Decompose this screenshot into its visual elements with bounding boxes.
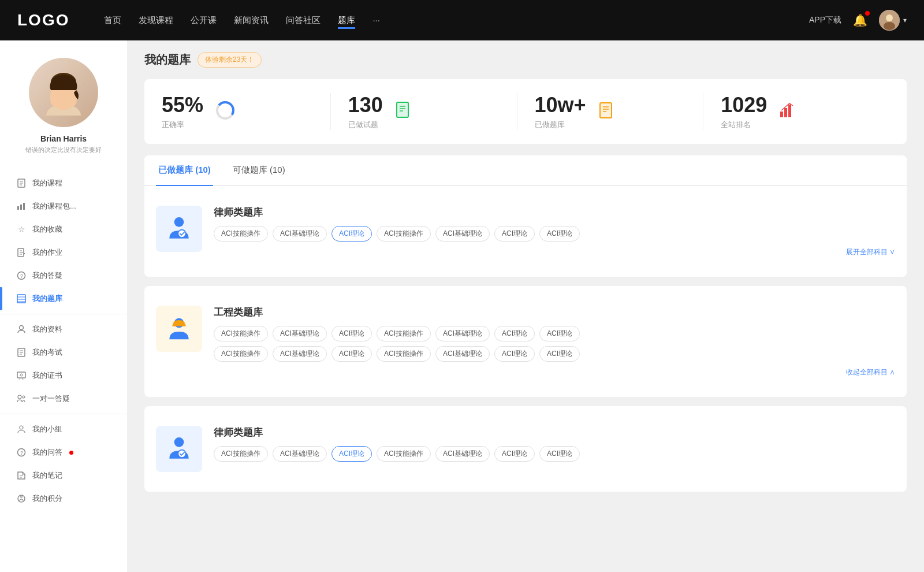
tag[interactable]: ACI理论 xyxy=(539,226,580,242)
app-download-link[interactable]: APP下载 xyxy=(809,15,841,25)
bell-button[interactable]: 🔔 xyxy=(853,13,867,27)
tag[interactable]: ACI基础理论 xyxy=(435,226,490,242)
tag[interactable]: ACI技能操作 xyxy=(377,226,431,242)
tags-row-engineer-1: ACI技能操作 ACI基础理论 ACI理论 ACI技能操作 ACI基础理论 AC… xyxy=(214,326,895,341)
tag[interactable]: ACI理论 xyxy=(331,346,372,362)
sidebar-item-homework[interactable]: 我的作业 xyxy=(0,241,127,264)
sidebar-item-points[interactable]: 我的积分 xyxy=(0,487,127,510)
navbar: LOGO 首页 发现课程 公开课 新闻资讯 问答社区 题库 ··· APP下载 … xyxy=(0,0,924,40)
accuracy-icon xyxy=(215,100,236,123)
questions-icon: ? xyxy=(16,447,27,458)
nav-item-news[interactable]: 新闻资讯 xyxy=(234,15,269,26)
tag[interactable]: ACI技能操作 xyxy=(214,446,268,462)
expand-link-lawyer-1[interactable]: 展开全部科目 ∨ xyxy=(846,246,895,258)
nav-menu: 首页 发现课程 公开课 新闻资讯 问答社区 题库 ··· xyxy=(104,15,809,26)
qbank-item-lawyer-2: 律师类题库 ACI技能操作 ACI基础理论 ACI理论 ACI技能操作 ACI基… xyxy=(156,415,895,482)
tag[interactable]: ACI基础理论 xyxy=(435,346,490,362)
stat-number-rank: 1029 全站排名 xyxy=(721,93,767,130)
tag[interactable]: ACI技能操作 xyxy=(377,446,431,462)
tag[interactable]: ACI技能操作 xyxy=(214,346,268,362)
tag[interactable]: ACI技能操作 xyxy=(377,326,431,341)
sidebar-item-certificate[interactable]: 我的证书 xyxy=(0,364,127,387)
sidebar-item-profile[interactable]: 我的资料 xyxy=(0,318,127,341)
tag[interactable]: ACI基础理论 xyxy=(435,446,490,462)
qbank-title-lawyer-2: 律师类题库 xyxy=(214,426,895,439)
page-title: 我的题库 xyxy=(144,52,191,68)
tag[interactable]: ACI理论 xyxy=(539,346,580,362)
logo[interactable]: LOGO xyxy=(17,11,69,29)
sidebar-label: 我的小组 xyxy=(32,424,62,434)
tag[interactable]: ACI理论 xyxy=(494,346,535,362)
svg-rect-10 xyxy=(17,206,19,210)
svg-rect-50 xyxy=(780,112,783,117)
tag[interactable]: ACI技能操作 xyxy=(377,346,431,362)
sidebar-item-qbank[interactable]: 我的题库 xyxy=(0,287,127,310)
svg-text:?: ? xyxy=(20,450,23,456)
nav-item-home[interactable]: 首页 xyxy=(104,15,121,26)
svg-point-1 xyxy=(886,14,893,21)
qbank-info-lawyer-1: 律师类题库 ACI技能操作 ACI基础理论 ACI理论 ACI技能操作 ACI基… xyxy=(214,206,895,257)
points-icon xyxy=(16,493,27,504)
chevron-down-icon: ▾ xyxy=(903,16,907,24)
sidebar-item-notes[interactable]: 我的笔记 xyxy=(0,464,127,487)
tag[interactable]: ACI理论 xyxy=(494,446,535,462)
tag-active[interactable]: ACI理论 xyxy=(331,226,372,242)
tag[interactable]: ACI技能操作 xyxy=(214,326,268,341)
nav-item-discover[interactable]: 发现课程 xyxy=(139,15,173,26)
stats-card: 55% 正确率 130 已做试题 xyxy=(144,79,907,144)
tag[interactable]: ACI基础理论 xyxy=(435,326,490,341)
sidebar-item-qa-mine[interactable]: ? 我的答疑 xyxy=(0,264,127,287)
svg-point-29 xyxy=(18,395,21,399)
stat-done-banks: 10w+ 已做题库 xyxy=(517,93,704,130)
tag-active[interactable]: ACI理论 xyxy=(331,446,372,462)
stat-number-banks: 10w+ 已做题库 xyxy=(535,93,586,130)
collapse-link-engineer[interactable]: 收起全部科目 ∧ xyxy=(846,366,895,378)
tag[interactable]: ACI基础理论 xyxy=(273,446,327,462)
svg-text:?: ? xyxy=(20,273,23,279)
tags-row-lawyer-1: ACI技能操作 ACI基础理论 ACI理论 ACI技能操作 ACI基础理论 AC… xyxy=(214,226,895,242)
qbank-info-engineer: 工程类题库 ACI技能操作 ACI基础理论 ACI理论 ACI技能操作 ACI基… xyxy=(214,306,895,377)
tag[interactable]: ACI理论 xyxy=(539,446,580,462)
tag[interactable]: ACI理论 xyxy=(331,326,372,341)
profile-avatar xyxy=(29,58,98,127)
sidebar-item-coursepack[interactable]: 我的课程包... xyxy=(0,195,127,218)
qbank-icon xyxy=(16,294,27,304)
sidebar-item-questions[interactable]: ? 我的问答 xyxy=(0,441,127,464)
tags-row-engineer-2: ACI技能操作 ACI基础理论 ACI理论 ACI技能操作 ACI基础理论 AC… xyxy=(214,346,895,362)
certificate-icon xyxy=(16,370,27,381)
svg-point-58 xyxy=(178,450,185,458)
sidebar-item-tutor[interactable]: 一对一答疑 xyxy=(0,387,127,410)
sidebar-item-exam[interactable]: 我的考试 xyxy=(0,341,127,364)
nav-item-qa[interactable]: 问答社区 xyxy=(286,15,321,26)
nav-item-opencourse[interactable]: 公开课 xyxy=(191,15,217,26)
tag[interactable]: ACI基础理论 xyxy=(273,226,327,242)
unread-badge xyxy=(69,451,73,455)
tag[interactable]: ACI基础理论 xyxy=(273,326,327,341)
tag[interactable]: ACI理论 xyxy=(494,326,535,341)
sidebar: Brian Harris 错误的决定比没有决定要好 我的课程 我的课程包... … xyxy=(0,40,127,572)
sidebar-item-mycourse[interactable]: 我的课程 xyxy=(0,172,127,195)
tag[interactable]: ACI理论 xyxy=(494,226,535,242)
tab-available[interactable]: 可做题库 (10) xyxy=(230,155,288,185)
nav-item-qbank[interactable]: 题库 xyxy=(338,15,355,26)
svg-rect-52 xyxy=(788,105,791,117)
svg-point-30 xyxy=(23,396,25,398)
tag[interactable]: ACI基础理论 xyxy=(273,346,327,362)
sidebar-label: 我的收藏 xyxy=(32,224,62,235)
tag[interactable]: ACI理论 xyxy=(539,326,580,341)
sidebar-label: 我的作业 xyxy=(32,247,62,258)
sidebar-item-group[interactable]: 我的小组 xyxy=(0,418,127,441)
chart-icon xyxy=(16,201,27,211)
group-icon xyxy=(16,424,27,434)
qbank-section-engineer: 工程类题库 ACI技能操作 ACI基础理论 ACI理论 ACI技能操作 ACI基… xyxy=(144,286,907,397)
homework-icon xyxy=(16,247,27,258)
bell-icon: 🔔 xyxy=(853,14,867,27)
stat-number-done: 130 已做试题 xyxy=(348,93,383,130)
user-avatar-button[interactable]: ▾ xyxy=(879,10,907,31)
nav-item-more[interactable]: ··· xyxy=(372,15,380,26)
tab-done[interactable]: 已做题库 (10) xyxy=(156,155,213,185)
sidebar-item-favorites[interactable]: ☆ 我的收藏 xyxy=(0,218,127,241)
tag[interactable]: ACI技能操作 xyxy=(214,226,268,242)
tags-row-lawyer-2: ACI技能操作 ACI基础理论 ACI理论 ACI技能操作 ACI基础理论 AC… xyxy=(214,446,895,462)
tutor-icon xyxy=(16,393,27,404)
